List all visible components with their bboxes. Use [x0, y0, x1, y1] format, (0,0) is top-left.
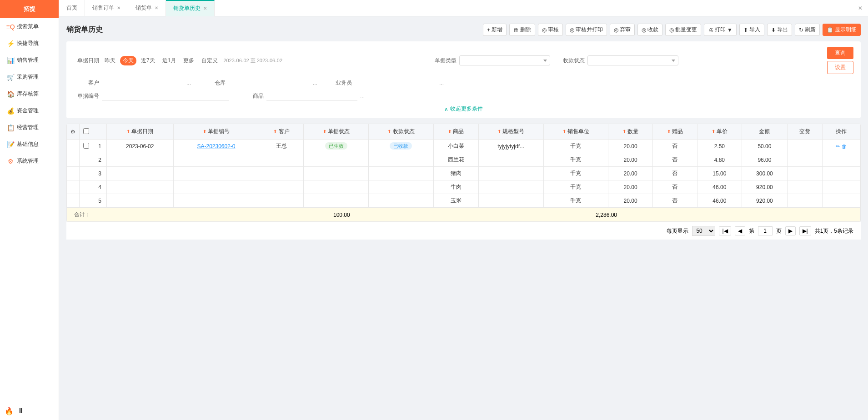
cell-qty: 20.00 — [608, 194, 653, 208]
tab-home[interactable]: 首页 — [59, 0, 85, 16]
sidebar-item-inventory[interactable]: 🏠 库存核算 — [0, 85, 59, 102]
sidebar-item-operations[interactable]: 📋 经营管理 — [0, 119, 59, 136]
th-doc-status[interactable]: ⬆ 单据状态 — [304, 124, 369, 140]
page-size-select[interactable]: 20 50 100 — [692, 226, 715, 236]
date-today[interactable]: 今天 — [120, 56, 136, 65]
row-checkbox[interactable] — [83, 143, 89, 149]
cell-amount: 920.00 — [742, 194, 787, 208]
audit-print-button[interactable]: ◎ 审核并打印 — [566, 24, 607, 36]
print-button[interactable]: 🖨 打印 ▼ — [704, 24, 737, 36]
current-page-input[interactable] — [758, 226, 773, 235]
cell-payment-status — [369, 167, 434, 180]
cell-action[interactable] — [822, 153, 860, 167]
doc-type-select[interactable] — [459, 55, 550, 65]
sidebar-item-finance[interactable]: 💰 资金管理 — [0, 102, 59, 119]
doc-no-link[interactable]: SA-20230602-0 — [197, 143, 235, 150]
warehouse-more[interactable]: ... — [313, 80, 317, 86]
tab-sales-history[interactable]: 销货单历史 ✕ — [166, 0, 215, 16]
date-1month[interactable]: 近1月 — [160, 56, 179, 65]
cell-doc-status — [304, 180, 369, 194]
add-button[interactable]: + 新增 — [483, 24, 507, 36]
customer-more[interactable]: ... — [186, 80, 191, 86]
collapse-button[interactable]: ∧ 收起更多条件 — [74, 105, 853, 113]
batch-change-button[interactable]: ◎ 批量变更 — [665, 24, 701, 36]
cell-checkbox[interactable] — [80, 167, 93, 180]
sidebar-item-search-menu[interactable]: ≡Q 搜索菜单 — [0, 18, 59, 35]
th-doc-date[interactable]: ⬆ 单据日期 — [107, 124, 174, 140]
sidebar-item-sales-mgmt[interactable]: 📊 销售管理 — [0, 52, 59, 69]
select-all-checkbox[interactable] — [83, 128, 89, 134]
cell-doc-no[interactable] — [173, 153, 259, 167]
close-all-tabs[interactable]: ✕ — [853, 5, 868, 11]
tab-sales-delivery[interactable]: 销货单 ✕ — [128, 0, 166, 16]
th-product[interactable]: ⬆ 商品 — [433, 124, 478, 140]
refresh-button[interactable]: ↻ 刷新 — [795, 24, 820, 36]
audit-button[interactable]: ◎ 审核 — [538, 24, 563, 36]
cell-checkbox[interactable] — [80, 153, 93, 167]
product-input[interactable] — [266, 92, 357, 100]
th-unit-price[interactable]: ⬆ 单价 — [697, 124, 742, 140]
th-payment-status[interactable]: ⬆ 收款状态 — [369, 124, 434, 140]
tab-sales-order[interactable]: 销售订单 ✕ — [85, 0, 128, 16]
delete-button[interactable]: 🗑 删除 — [509, 24, 535, 36]
cell-checkbox[interactable] — [80, 180, 93, 194]
date-custom[interactable]: 自定义 — [199, 56, 221, 65]
date-yesterday[interactable]: 昨天 — [102, 56, 118, 65]
cell-checkbox[interactable] — [80, 194, 93, 208]
sidebar-item-system-mgmt[interactable]: ⚙ 系统管理 — [0, 153, 59, 170]
close-sales-delivery-tab[interactable]: ✕ — [155, 5, 158, 10]
import-button[interactable]: ⬆ 导入 — [739, 24, 764, 36]
cell-doc-no[interactable] — [173, 167, 259, 180]
date-7days[interactable]: 近7天 — [138, 56, 158, 65]
cell-checkbox[interactable] — [80, 140, 93, 153]
th-gift[interactable]: ⬆ 赠品 — [653, 124, 697, 140]
sidebar-logo: 拓提 — [0, 0, 59, 18]
payment-status-select[interactable] — [587, 55, 678, 65]
last-page-button[interactable]: ▶| — [799, 226, 811, 235]
edit-action[interactable]: ✏ — [836, 144, 840, 149]
docno-input[interactable] — [102, 92, 229, 100]
date-more[interactable]: 更多 — [181, 56, 197, 65]
next-page-button[interactable]: ▶ — [785, 226, 796, 235]
export-button[interactable]: ⬇ 导出 — [767, 24, 792, 36]
sidebar-item-purchase-mgmt[interactable]: 🛒 采购管理 — [0, 69, 59, 85]
prev-page-button[interactable]: ◀ — [735, 226, 745, 235]
cell-action[interactable]: ✏🗑 — [822, 140, 860, 153]
th-spec[interactable]: ⬆ 规格型号 — [478, 124, 543, 140]
sidebar-item-basic-info[interactable]: 📝 基础信息 — [0, 136, 59, 153]
cell-qty: 20.00 — [608, 153, 653, 167]
close-sales-history-tab[interactable]: ✕ — [203, 6, 207, 11]
sidebar-item-quick-nav[interactable]: ⚡ 快捷导航 — [0, 35, 59, 52]
salesperson-input[interactable] — [355, 79, 437, 87]
salesperson-more[interactable]: ... — [439, 80, 444, 86]
th-qty[interactable]: ⬆ 数量 — [608, 124, 653, 140]
cell-doc-no[interactable]: SA-20230602-0 — [173, 140, 259, 153]
system-icon: ⚙ — [7, 158, 14, 165]
cell-action[interactable] — [822, 167, 860, 180]
abandon-button[interactable]: ◎ 弃审 — [610, 24, 635, 36]
th-amount[interactable]: 金额 — [742, 124, 787, 140]
first-page-button[interactable]: |◀ — [719, 226, 731, 235]
delete-icon: 🗑 — [513, 27, 519, 33]
pause-icon[interactable]: ⏸ — [17, 407, 25, 415]
cell-doc-no[interactable] — [173, 194, 259, 208]
cell-action[interactable] — [822, 180, 860, 194]
fire-icon[interactable]: 🔥 — [5, 407, 14, 415]
th-gear[interactable]: ⚙ — [67, 124, 80, 140]
collect-button[interactable]: ◎ 收款 — [637, 24, 662, 36]
delete-action[interactable]: 🗑 — [842, 144, 847, 149]
th-doc-no[interactable]: ⬆ 单据编号 — [173, 124, 259, 140]
warehouse-input[interactable] — [228, 79, 310, 87]
show-detail-button[interactable]: 📋 显示明细 — [823, 24, 861, 36]
th-customer[interactable]: ⬆ 客户 — [259, 124, 304, 140]
cell-doc-no[interactable] — [173, 180, 259, 194]
add-icon: + — [487, 27, 490, 33]
cell-action[interactable] — [822, 194, 860, 208]
product-more[interactable]: ... — [360, 93, 365, 100]
close-sales-order-tab[interactable]: ✕ — [117, 5, 120, 10]
th-checkbox — [80, 124, 93, 140]
customer-input[interactable] — [102, 79, 184, 87]
th-unit[interactable]: ⬆ 销售单位 — [543, 124, 608, 140]
set-button[interactable]: 设置 — [827, 61, 853, 74]
query-button[interactable]: 查询 — [827, 47, 853, 59]
